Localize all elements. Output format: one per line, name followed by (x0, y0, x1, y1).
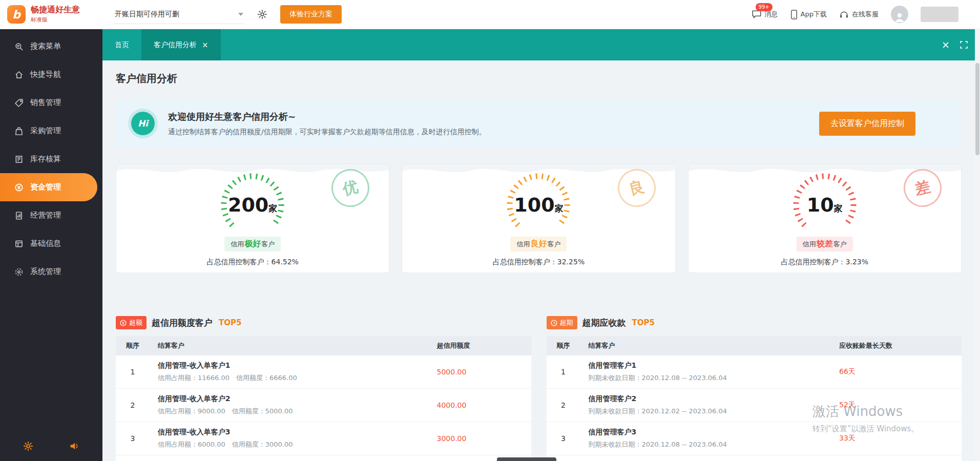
count-unit: 家 (834, 203, 843, 214)
setup-credit-control-button[interactable]: 去设置客户信用控制 (819, 112, 915, 136)
badge-suffix: 客户 (833, 240, 847, 249)
customer-name: 信用管理-收入单客户1 (158, 361, 421, 370)
sidebar-item-base-info[interactable]: 基础信息 (0, 229, 102, 258)
sidebar-item-label: 快捷导航 (30, 70, 61, 79)
card-credit-excellent: 优 200家 信用极好客户 占总信用控制客户：64.52% (116, 163, 389, 273)
close-all-tabs-icon[interactable]: × (942, 40, 950, 50)
table-row[interactable]: 2 信用管理客户2 到期未收款日期：2020.12.02 -- 2023.06.… (547, 389, 962, 422)
table-row[interactable]: 1 信用管理客户1 到期未收款日期：2020.12.08 -- 2023.06.… (547, 355, 962, 389)
aging-days-value: 66天 (831, 355, 962, 389)
over-credit-value: 5000.00 (429, 355, 531, 389)
card-credit-good: 良 100家 信用良好客户 占总信用控制客户：32.25% (402, 163, 675, 273)
sidebar-item-search-menu[interactable]: 搜索菜单 (0, 32, 102, 60)
gauge-count: 200家 (194, 194, 311, 216)
table-row[interactable]: 3 信用管理客户3 到期未收款日期：2020.12.08 -- 2023.06.… (547, 422, 962, 455)
col-order: 顺序 (116, 336, 150, 355)
row-customer: 信用管理客户3 到期未收款日期：2020.12.08 -- 2023.06.04 (580, 422, 831, 455)
app-download-button[interactable]: App下载 (790, 10, 827, 19)
card-credit-poor: 差 10家 信用较差客户 占总信用控制客户：3.23% (688, 163, 962, 273)
badge-label: 超额 (129, 318, 142, 327)
card-share-text: 占总信用控制客户：3.23% (781, 258, 868, 267)
table-header-row: 顺序 结算客户 超信用额度 (116, 336, 531, 355)
credit-level-badge: 信用极好客户 (224, 237, 281, 252)
sidebar-item-system[interactable]: 系统管理 (0, 258, 102, 286)
tab-customer-credit-analysis[interactable]: 客户信用分析 × (141, 29, 221, 60)
sidebar-item-sales[interactable]: 销售管理 (0, 89, 102, 117)
customer-detail: 信用占用额：9000.00 信用额度：5000.00 (158, 407, 421, 416)
headset-icon (839, 10, 849, 19)
sidebar: 搜索菜单 快捷导航 销售管理 采购管理 库存核算 资金管理 经营管理 基础信息 (0, 29, 102, 461)
badge-emphasis: 良好 (530, 239, 547, 249)
customer-detail: 信用占用额：6000.00 信用额度：3000.00 (158, 440, 421, 449)
badge-emphasis: 极好 (244, 239, 261, 249)
page-content: 客户信用分析 Hi 欢迎使用好生意客户信用分析~ 通过控制结算客户的信用额度/信… (102, 60, 980, 461)
sidebar-item-quick-nav[interactable]: 快捷导航 (0, 60, 102, 89)
gauge-count: 10家 (766, 194, 884, 216)
customer-detail: 到期未收款日期：2020.12.02 -- 2023.06.04 (589, 407, 823, 416)
sidebar-item-label: 经营管理 (30, 211, 61, 220)
vertical-scrollbar-thumb[interactable] (975, 63, 979, 155)
ledger-icon (14, 155, 24, 164)
accounting-period-select[interactable]: 开账日期可停用可删 (114, 5, 244, 24)
badge-emphasis: 较差 (817, 239, 833, 249)
top5-label: TOP5 (632, 318, 655, 327)
table-filler (547, 455, 962, 461)
table-row[interactable]: 3 信用管理-收入单客户3 信用占用额：6000.00 信用额度：3000.00… (116, 422, 531, 455)
over-credit-table-head: 超额 超信用额度客户 TOP5 (116, 316, 531, 329)
top5-label: TOP5 (219, 318, 241, 327)
table-header-row: 顺序 结算客户 应收账龄最长天数 (547, 336, 962, 355)
messages-count-badge: 99+ (756, 3, 773, 11)
online-service-button[interactable]: 在线客服 (839, 10, 879, 19)
sidebar-item-label: 库存核算 (30, 154, 61, 164)
sidebar-item-label: 搜索菜单 (30, 41, 61, 51)
industry-solution-button[interactable]: 体验行业方案 (280, 5, 342, 24)
vertical-scrollbar[interactable] (975, 29, 980, 461)
fullscreen-icon[interactable] (960, 41, 968, 49)
sidebar-item-label: 系统管理 (30, 267, 61, 277)
sidebar-item-operations[interactable]: 经营管理 (0, 201, 102, 229)
row-order: 2 (547, 389, 580, 422)
row-customer: 信用管理-收入单客户2 信用占用额：9000.00 信用额度：5000.00 (150, 389, 429, 422)
accounting-period-value: 开账日期可停用可删 (115, 10, 179, 19)
home-icon (14, 70, 24, 79)
customer-name: 信用管理-收入单客户3 (158, 428, 421, 437)
card-share-text: 占总信用控制客户：32.25% (493, 258, 585, 267)
horizontal-scrollbar-thumb[interactable] (497, 457, 556, 461)
badge-prefix: 信用 (803, 240, 816, 249)
user-avatar[interactable] (891, 6, 908, 23)
gauge-excellent: 200家 (214, 172, 291, 236)
brand-logo-area[interactable]: b 畅捷通好生意 标准版 (0, 0, 102, 29)
table-row[interactable]: 2 信用管理-收入单客户2 信用占用额：9000.00 信用额度：5000.00… (116, 389, 531, 422)
gauge-good: 100家 (500, 172, 577, 236)
overdue-table-head: 超期 超期应收款 TOP5 (547, 316, 962, 329)
table-title: 超期应收款 (582, 317, 626, 329)
customer-name: 信用管理客户3 (589, 428, 823, 437)
tab-close-icon[interactable]: × (202, 40, 208, 50)
sidebar-settings-button[interactable] (22, 439, 35, 453)
over-amount-badge: 超额 (116, 316, 147, 329)
credit-level-badge: 信用良好客户 (510, 237, 567, 252)
gear-icon (23, 441, 33, 451)
aging-days-value: 33天 (831, 422, 962, 455)
messages-button[interactable]: 99+ 消息 (752, 10, 778, 19)
sidebar-item-inventory[interactable]: 库存核算 (0, 145, 102, 173)
topbar-main: 开账日期可停用可删 体验行业方案 99+ 消息 App下载 (102, 0, 980, 29)
tab-label: 首页 (115, 40, 129, 50)
online-service-label: 在线客服 (852, 10, 879, 19)
sidebar-item-purchase[interactable]: 采购管理 (0, 117, 102, 145)
sidebar-bottom-bar (0, 431, 102, 461)
settings-gear-button[interactable] (255, 7, 270, 22)
sidebar-announcement-button[interactable] (68, 439, 81, 453)
badge-prefix: 信用 (231, 240, 244, 249)
banner-title: 欢迎使用好生意客户信用分析~ (168, 111, 486, 123)
credit-level-badge: 信用较差客户 (797, 237, 853, 252)
customer-detail: 到期未收款日期：2020.12.08 -- 2023.06.04 (589, 440, 823, 449)
sidebar-item-funds[interactable]: 资金管理 (0, 173, 97, 201)
row-order: 1 (547, 355, 580, 389)
tab-home[interactable]: 首页 (102, 29, 141, 60)
overdue-table-block: 超期 超期应收款 TOP5 顺序 结算客户 应收账龄最长天数 (547, 316, 962, 461)
gauge-count: 100家 (479, 194, 597, 216)
tabbar: 首页 客户信用分析 × × (102, 29, 980, 60)
customer-name: 信用管理客户2 (589, 394, 823, 404)
table-row[interactable]: 1 信用管理-收入单客户1 信用占用额：11666.00 信用额度：6666.0… (116, 355, 531, 389)
